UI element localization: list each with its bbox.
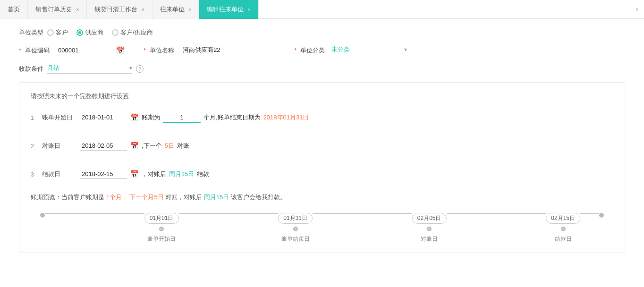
- unit-type-row: 单位类型 客户 供应商 客户/供应商: [19, 28, 625, 37]
- tab-partner[interactable]: 往来单位 ×: [153, 0, 199, 19]
- payment-dropdown[interactable]: 月结 ▾: [47, 64, 132, 74]
- unit-code-input[interactable]: [56, 46, 113, 55]
- unit-category-value: 未分类: [331, 45, 404, 54]
- reconcile-prefix: ,下一个: [142, 142, 162, 150]
- setting-label-3: 结款日: [42, 170, 80, 178]
- tl-sublabel-2: 账单结束日: [281, 235, 310, 243]
- tl-dot-2: [293, 227, 298, 231]
- tl-connector-4: [447, 213, 546, 214]
- tl-connector-end: [580, 213, 599, 214]
- preview-part3: 对账，对账后: [165, 194, 202, 201]
- timeline-end-dot: [599, 213, 604, 218]
- setting-content-1: 📅 账期为 个月,账单结束日期为 2018年01月31日: [80, 113, 613, 123]
- unit-code-icon[interactable]: 📅: [116, 46, 125, 55]
- tab-edit-partner[interactable]: 编辑往来单位 ×: [199, 0, 258, 19]
- payment-date-input[interactable]: [80, 169, 127, 179]
- reconcile-date-icon[interactable]: 📅: [130, 142, 139, 150]
- setting-content-2: 📅 ,下一个 5日 对账: [80, 141, 613, 151]
- preview-part5: 该客户会给我打款。: [231, 194, 286, 201]
- setting-row-1: 1 账单开始日 📅 账期为 个月,账单结束日期为 2018年01月31日: [31, 110, 613, 125]
- payment-suffix: 结款: [197, 170, 209, 178]
- end-date-highlight: 2018年01月31日: [263, 113, 309, 122]
- period-suffix: 个月,账单结束日期为: [203, 113, 261, 122]
- tab-partner-close[interactable]: ×: [188, 7, 191, 12]
- period-input[interactable]: [163, 113, 201, 123]
- preview-part4: 同月15日: [204, 194, 229, 201]
- radio-customer[interactable]: 客户: [47, 28, 68, 37]
- tl-node-2: 01月31日 账单结束日: [278, 213, 313, 243]
- main-content: 单位类型 客户 供应商 客户/供应商 * 单位编码 📅: [0, 19, 644, 287]
- unit-category-dropdown[interactable]: 未分类 ▾: [331, 45, 407, 55]
- info-box-title: 请按照未来的一个完整帐期进行设置: [31, 92, 613, 101]
- tab-sales-history[interactable]: 销售订单历史 ×: [28, 0, 87, 19]
- unit-code-label: 单位编码: [25, 46, 50, 55]
- tl-badge-2: 01月31日: [278, 213, 313, 224]
- tl-node-3: 02月05日 对账日: [412, 213, 447, 243]
- payment-row: 收款条件 月结 ▾ ?: [19, 64, 625, 74]
- unit-type-radio-group: 客户 供应商 客户/供应商: [47, 28, 153, 37]
- tl-sublabel-4: 结款日: [555, 235, 572, 243]
- payment-highlight: 同月15日: [169, 170, 194, 178]
- unit-category-group: * 单位分类 未分类 ▾: [294, 45, 407, 55]
- setting-content-3: 📅 ，对账后 同月15日 结款: [80, 169, 613, 179]
- tab-cash-work-close[interactable]: ×: [141, 7, 144, 12]
- reconcile-suffix: 对账: [177, 142, 189, 150]
- tab-sales-history-label: 销售订单历史: [35, 5, 72, 14]
- radio-both[interactable]: 客户/供应商: [112, 28, 153, 37]
- start-date-input[interactable]: [80, 113, 127, 122]
- payment-value: 月结: [47, 64, 129, 72]
- unit-name-group: * 单位名称: [144, 46, 275, 55]
- tab-sales-history-close[interactable]: ×: [76, 7, 79, 12]
- unit-name-required: *: [144, 47, 146, 54]
- unit-name-input[interactable]: [181, 46, 275, 55]
- tl-connector-3: [313, 213, 412, 214]
- preview-part1: 1个月，: [106, 194, 128, 201]
- timeline: 01月01日 账单开始日 01月31日 账单结束日 02月05日 对账日: [31, 213, 613, 243]
- radio-both-label: 客户/供应商: [120, 28, 153, 37]
- preview-section: 账期预览：当前客户账期是 1个月， 下一个月5日 对账，对账后 同月15日 该客…: [31, 186, 613, 243]
- radio-supplier-circle: [76, 29, 83, 36]
- unit-category-arrow: ▾: [404, 46, 407, 53]
- setting-num-3: 3: [31, 171, 42, 178]
- tl-badge-1: 01月01日: [144, 213, 179, 224]
- radio-supplier-label: 供应商: [85, 28, 103, 37]
- unit-details-row: * 单位编码 📅 * 单位名称 * 单位分类 未分类 ▾: [19, 45, 625, 55]
- preview-part2: 下一个月5日: [129, 194, 163, 201]
- setting-row-2: 2 对账日 📅 ,下一个 5日 对账: [31, 138, 613, 153]
- setting-num-2: 2: [31, 143, 42, 150]
- unit-type-label: 单位类型: [19, 28, 43, 37]
- setting-row-3: 3 结款日 📅 ，对账后 同月15日 结款: [31, 167, 613, 182]
- payment-prefix: ，对账后: [142, 170, 166, 178]
- setting-label-1: 账单开始日: [42, 113, 80, 122]
- tab-home[interactable]: 首页: [0, 0, 28, 19]
- tl-sublabel-3: 对账日: [421, 235, 438, 243]
- payment-arrow: ▾: [129, 65, 132, 71]
- tl-dot-4: [561, 227, 566, 231]
- unit-category-required: *: [294, 47, 297, 54]
- tab-home-label: 首页: [8, 5, 20, 14]
- tab-cash-work[interactable]: 钱货日清工作台 ×: [87, 0, 152, 19]
- payment-date-icon[interactable]: 📅: [130, 170, 139, 178]
- radio-supplier[interactable]: 供应商: [76, 28, 103, 37]
- reconcile-date-input[interactable]: [80, 141, 127, 151]
- reconcile-highlight: 5日: [165, 142, 174, 150]
- setting-num-1: 1: [31, 114, 42, 121]
- payment-help-icon[interactable]: ?: [136, 65, 144, 73]
- tl-node-4: 02月15日 结款日: [546, 213, 580, 243]
- tabs-more-button[interactable]: ›: [630, 4, 644, 14]
- radio-customer-label: 客户: [56, 28, 68, 37]
- radio-customer-circle: [47, 29, 54, 36]
- tabs-bar: 首页 销售订单历史 × 钱货日清工作台 × 往来单位 × 编辑往来单位 × ›: [0, 0, 644, 19]
- tl-sublabel-1: 账单开始日: [147, 235, 176, 243]
- unit-name-label: 单位名称: [150, 46, 174, 55]
- tl-badge-4: 02月15日: [546, 213, 580, 224]
- preview-label: 账期预览：当前客户账期是: [31, 194, 104, 201]
- setting-label-2: 对账日: [42, 142, 80, 150]
- tab-cash-work-label: 钱货日清工作台: [94, 5, 137, 14]
- tab-edit-partner-close[interactable]: ×: [247, 7, 250, 12]
- preview-text: 账期预览：当前客户账期是 1个月， 下一个月5日 对账，对账后 同月15日 该客…: [31, 193, 613, 202]
- start-date-icon[interactable]: 📅: [130, 113, 139, 122]
- info-box: 请按照未来的一个完整帐期进行设置 1 账单开始日 📅 账期为 个月,账单结束日期…: [19, 82, 625, 253]
- tl-node-1: 01月01日 账单开始日: [144, 213, 179, 243]
- tab-partner-label: 往来单位: [160, 5, 185, 14]
